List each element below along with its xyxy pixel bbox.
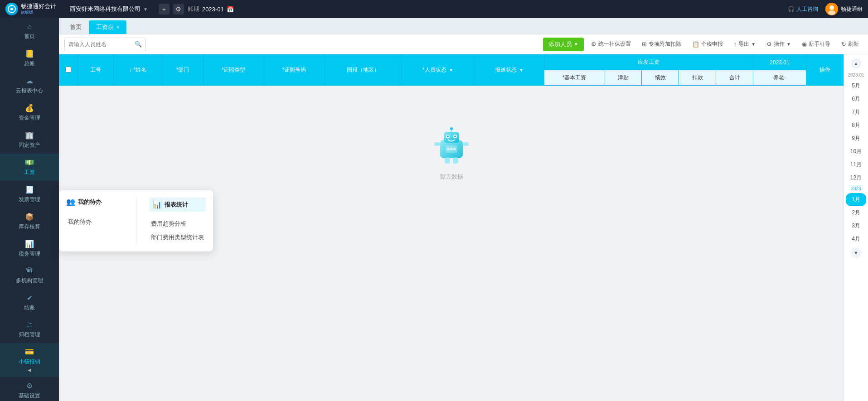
- todo-icon: 👥: [66, 198, 75, 206]
- special-deduction-icon: ⊞: [642, 41, 647, 48]
- popup-section-report: 📊 报表统计 费用趋势分析 部门费用类型统计表: [149, 198, 206, 244]
- tab-home[interactable]: 首页: [63, 20, 89, 34]
- sidebar-item-ledger[interactable]: 📒 总账: [0, 45, 59, 72]
- timeline-month-10[interactable]: 10月: [844, 145, 868, 158]
- no-data-text: 暂无数据: [440, 173, 463, 181]
- popup-report-label: 报表统计: [165, 201, 188, 209]
- social-insurance-label: 统一社保设置: [598, 40, 631, 48]
- report-status-filter-icon[interactable]: ▼: [519, 68, 524, 72]
- search-input[interactable]: [68, 41, 132, 48]
- header-report-status: 报送状态 ▼: [475, 55, 544, 86]
- svg-rect-15: [453, 157, 458, 164]
- special-deduction-btn[interactable]: ⊞ 专项附加扣除: [638, 39, 685, 50]
- settings-icon[interactable]: ⚙: [173, 4, 184, 14]
- timeline-month-4[interactable]: 4月: [844, 232, 868, 246]
- timeline-month-2[interactable]: 2月: [844, 206, 868, 219]
- sidebar-label-archive: 归档管理: [19, 331, 40, 338]
- timeline-month-8[interactable]: 8月: [844, 119, 868, 132]
- sidebar-item-archive[interactable]: 🗂 归档管理: [0, 316, 59, 343]
- sidebar-item-tax[interactable]: 📊 税务管理: [0, 235, 59, 262]
- sidebar-item-home[interactable]: ⌂ 首页: [0, 18, 59, 45]
- timeline-down-btn[interactable]: ▼: [851, 247, 862, 258]
- header-total: 合计: [716, 70, 753, 86]
- toolbar: 🔍 添加人员 ▼ ⚙ 统一社保设置 ⊞ 专项附加扣除 📋 个税申报: [59, 34, 868, 54]
- popup-section-report-title: 📊 报表统计: [149, 198, 206, 212]
- sidebar-item-settle[interactable]: ✔ 结账: [0, 289, 59, 316]
- personal-tax-btn[interactable]: 📋 个税申报: [689, 39, 727, 50]
- sidebar-label-tax: 税务管理: [19, 250, 40, 258]
- home-icon: ⌂: [27, 23, 32, 31]
- popup-section-todo-title: 👥 我的待办: [66, 198, 123, 210]
- add-button[interactable]: +: [159, 4, 170, 14]
- header-checkbox-col: [59, 55, 78, 86]
- sidebar-item-salary[interactable]: 💵 工资: [0, 154, 59, 181]
- tab-salary-label: 工资表: [96, 23, 114, 31]
- period-label: 账期: [188, 5, 199, 13]
- timeline-up-btn[interactable]: ▲: [851, 58, 862, 69]
- personal-tax-icon: 📋: [692, 41, 699, 48]
- timeline-month-11[interactable]: 11月: [844, 158, 868, 171]
- tab-salary-table[interactable]: 工资表 ×: [89, 20, 126, 34]
- sidebar-item-invoice[interactable]: 🧾 发票管理: [0, 181, 59, 208]
- popup-item-my-todo[interactable]: 我的待办: [66, 215, 123, 229]
- timeline-month-6[interactable]: 6月: [844, 92, 868, 106]
- operation-btn[interactable]: ⚙ 操作 ▼: [763, 39, 795, 50]
- header-name: ↕ *姓名: [114, 55, 162, 86]
- period-area: 账期 2023-01 📅: [188, 5, 234, 13]
- inventory-icon: 📦: [25, 213, 34, 221]
- svg-point-11: [450, 127, 453, 130]
- svg-point-18: [450, 148, 453, 150]
- sidebar-item-multi-org[interactable]: 🏛 多机构管理: [0, 262, 59, 289]
- add-person-button[interactable]: 添加人员 ▼: [543, 38, 584, 51]
- basic-icon: ⚙: [26, 382, 33, 390]
- user-area[interactable]: 畅捷通组: [825, 3, 863, 15]
- export-btn[interactable]: ↑ 导出 ▼: [730, 39, 759, 50]
- tab-close-icon[interactable]: ×: [116, 24, 119, 30]
- calendar-icon[interactable]: 📅: [227, 6, 234, 13]
- timeline-month-9[interactable]: 9月: [844, 132, 868, 145]
- refresh-btn[interactable]: ↻ 刷新: [838, 39, 863, 50]
- add-person-label: 添加人员: [548, 40, 572, 48]
- sidebar-item-basic[interactable]: ⚙ 基础设置: [0, 377, 59, 401]
- operation-icon: ⚙: [766, 41, 772, 48]
- popup-section-todo: 👥 我的待办 我的待办: [66, 198, 123, 244]
- sidebar-label-cloud: 云报表中心: [16, 87, 43, 95]
- collapse-icon[interactable]: ◀: [28, 367, 31, 372]
- timeline-month-12[interactable]: 12月: [844, 171, 868, 184]
- sidebar-item-fixed-assets[interactable]: 🏢 固定资产: [0, 126, 59, 154]
- popup-divider: [136, 198, 136, 244]
- sidebar-item-xiaochang[interactable]: 💳 小畅报销 ◀: [0, 343, 59, 377]
- logo-title: 畅捷通好会计: [21, 3, 56, 10]
- sidebar-item-inventory[interactable]: 📦 库存核算: [0, 208, 59, 235]
- header-year-label: 2023.01: [753, 55, 806, 70]
- timeline-month-1-active[interactable]: 1月: [846, 193, 866, 206]
- social-insurance-btn[interactable]: ⚙ 统一社保设置: [587, 39, 635, 50]
- personal-tax-label: 个税申报: [701, 40, 723, 48]
- svg-rect-12: [434, 142, 441, 146]
- sidebar-item-cloud-report[interactable]: ☁ 云报表中心: [0, 72, 59, 99]
- popup-menu: 👥 我的待办 我的待办 📊 报表统计 费用趋势分析 部门费用类型统计表: [59, 190, 213, 251]
- timeline-month-3[interactable]: 3月: [844, 219, 868, 232]
- popup-todo-label: 我的待办: [78, 198, 102, 206]
- no-data-area: 暂无数据: [59, 113, 844, 181]
- export-icon: ↑: [734, 41, 737, 48]
- guide-btn[interactable]: ◉ 新手引导: [798, 39, 834, 50]
- timeline-month-7[interactable]: 7月: [844, 106, 868, 119]
- customer-service-btn[interactable]: 🎧 人工咨询: [788, 5, 818, 13]
- timeline-year-2023: 2023: [851, 184, 861, 193]
- person-status-filter-icon[interactable]: ▼: [449, 68, 453, 72]
- popup-item-expense-trend[interactable]: 费用趋势分析: [149, 217, 206, 231]
- company-selector[interactable]: 西安虾米网络科技有限公司 ▼: [64, 5, 153, 13]
- header-id-type: *证照类型: [203, 55, 264, 86]
- fund-icon: 💰: [25, 104, 34, 112]
- header-operation: 操作: [806, 55, 844, 86]
- settle-icon: ✔: [27, 294, 33, 302]
- select-all-checkbox[interactable]: [65, 67, 71, 72]
- svg-point-8: [447, 135, 449, 137]
- tabs-bar: 首页 工资表 ×: [59, 18, 868, 34]
- sidebar-label-settle: 结账: [24, 304, 35, 312]
- popup-item-dept-expense[interactable]: 部门费用类型统计表: [149, 231, 206, 244]
- headset-icon: 🎧: [788, 6, 795, 12]
- timeline-month-5[interactable]: 5月: [844, 79, 868, 92]
- sidebar-item-fund[interactable]: 💰 资金管理: [0, 99, 59, 126]
